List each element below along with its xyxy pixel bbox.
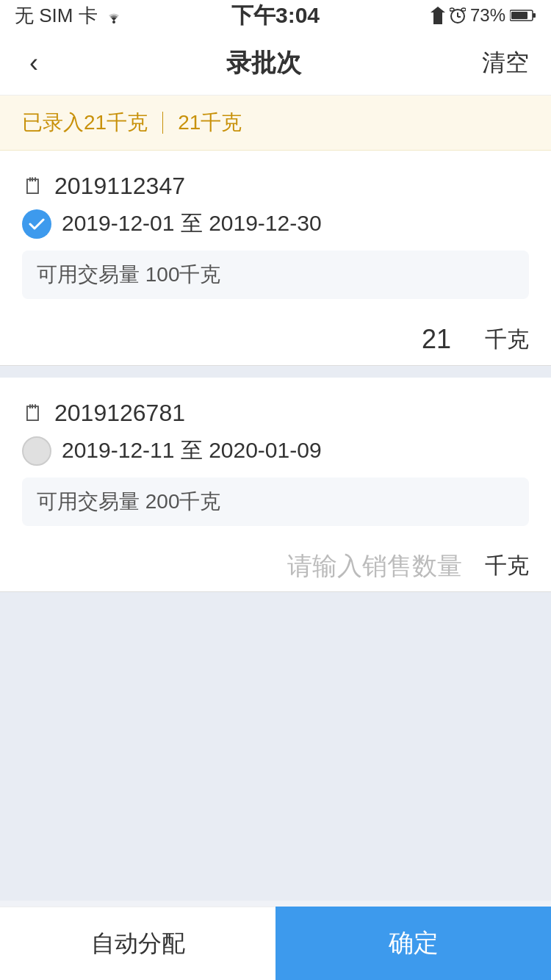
total-amount: 21千克 — [178, 109, 242, 137]
batch-2-header: 🗒 2019126781 — [22, 400, 529, 427]
clear-button[interactable]: 清空 — [482, 47, 529, 79]
batch-item-2: 🗒 2019126781 2019-12-11 至 2020-01-09 可用交… — [0, 378, 551, 592]
status-bar-left: 无 SIM 卡 — [15, 3, 124, 29]
batch-2-radio[interactable] — [22, 436, 51, 466]
section-separator — [0, 366, 551, 378]
batch-2-id: 2019126781 — [54, 400, 185, 427]
batch-1-date-row[interactable]: 2019-12-01 至 2019-12-30 — [22, 209, 529, 239]
page-title: 录批次 — [226, 46, 301, 80]
check-icon — [29, 218, 45, 230]
status-bar-right: 73% — [431, 5, 536, 26]
batch-1-qty-value: 21 — [422, 324, 451, 355]
batch-2-doc-icon: 🗒 — [22, 401, 44, 426]
batch-1-id: 2019112347 — [54, 173, 185, 200]
banner-divider — [162, 112, 163, 134]
status-bar: 无 SIM 卡 下午3:04 73% — [0, 0, 551, 31]
confirm-button[interactable]: 确定 — [276, 907, 551, 980]
info-banner: 已录入21千克 21千克 — [0, 96, 551, 151]
nav-bar: ‹ 录批次 清空 — [0, 31, 551, 96]
wifi-icon — [104, 7, 124, 24]
battery-percent: 73% — [470, 5, 505, 26]
batch-2-available: 可用交易量 200千克 — [22, 478, 529, 526]
svg-rect-8 — [511, 12, 527, 19]
recorded-amount: 已录入21千克 — [22, 109, 148, 137]
location-icon — [431, 7, 445, 24]
status-bar-time: 下午3:04 — [231, 1, 320, 31]
batch-2-input-row[interactable]: 千克 — [0, 541, 551, 592]
batch-1-unit: 千克 — [485, 325, 529, 355]
svg-point-0 — [112, 21, 115, 24]
batch-item-1: 🗒 2019112347 2019-12-01 至 2019-12-30 可用交… — [0, 151, 551, 366]
batch-2-date: 2019-12-11 至 2020-01-09 — [62, 436, 322, 466]
svg-rect-7 — [533, 13, 536, 18]
empty-content-area — [0, 592, 551, 901]
batch-1-date: 2019-12-01 至 2019-12-30 — [62, 209, 322, 239]
alarm-icon — [450, 7, 466, 24]
qty-input-field[interactable] — [253, 552, 473, 580]
sim-status: 无 SIM 卡 — [15, 3, 98, 29]
batch-1-qty-row: 21 千克 — [0, 314, 551, 366]
svg-point-5 — [461, 8, 466, 11]
batch-1-header: 🗒 2019112347 — [22, 173, 529, 200]
back-button[interactable]: ‹ — [22, 40, 46, 86]
battery-icon — [510, 8, 536, 23]
bottom-bar: 自动分配 确定 — [0, 907, 551, 980]
auto-distribute-button[interactable]: 自动分配 — [0, 907, 276, 980]
batch-1-radio[interactable] — [22, 209, 51, 239]
batch-2-date-row[interactable]: 2019-12-11 至 2020-01-09 — [22, 436, 529, 466]
batch-1-doc-icon: 🗒 — [22, 174, 44, 199]
svg-point-4 — [450, 8, 454, 11]
batch-2-unit: 千克 — [485, 551, 529, 581]
batch-1-available: 可用交易量 100千克 — [22, 251, 529, 299]
